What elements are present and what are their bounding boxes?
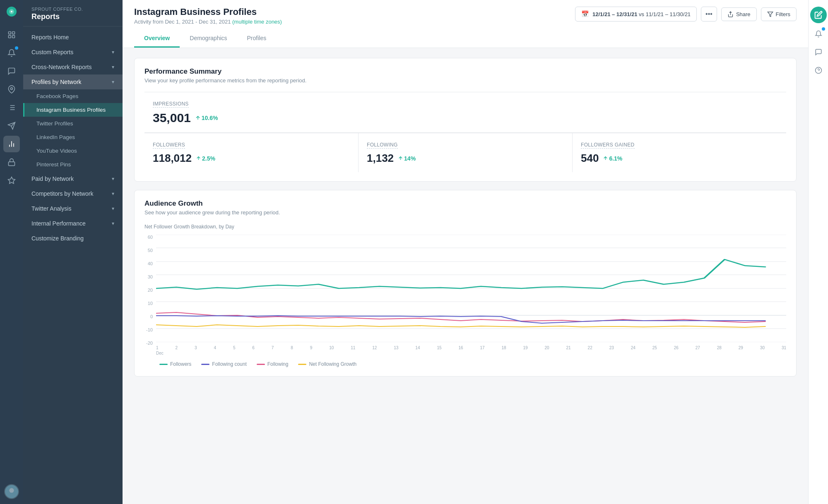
sidebar-item-facebook-pages[interactable]: Facebook Pages (23, 89, 123, 103)
arrow-up-icon (603, 156, 608, 161)
sidebar-item-internal-performance[interactable]: Internal Performance ▾ (23, 216, 123, 231)
sidebar: Sprout Coffee Co. Reports Reports Home C… (23, 0, 123, 504)
sidebar-item-cross-network[interactable]: Cross-Network Reports ▾ (23, 60, 123, 74)
star-icon-btn[interactable] (3, 172, 20, 189)
chevron-down-icon: ▾ (112, 79, 114, 85)
x-label-27: 27 (696, 346, 700, 350)
compose-button[interactable] (810, 7, 827, 23)
bot-icon-btn[interactable] (3, 154, 20, 170)
tab-profiles[interactable]: Profiles (237, 30, 277, 48)
sidebar-item-youtube-videos[interactable]: YouTube Videos (23, 144, 123, 158)
x-axis: 1 2 3 4 5 6 7 8 9 10 11 12 13 14 (156, 344, 786, 350)
analytics-icon-btn[interactable] (3, 136, 20, 152)
share-button[interactable]: Share (721, 7, 757, 21)
notification-icon-btn[interactable] (3, 45, 20, 61)
legend-net-growth-label: Net Following Growth (309, 361, 356, 367)
chevron-down-icon: ▾ (112, 64, 114, 70)
followers-change: 2.5% (196, 155, 215, 162)
x-label-28: 28 (717, 346, 722, 350)
more-options-button[interactable]: ••• (701, 7, 717, 22)
right-help-btn[interactable] (811, 63, 826, 78)
x-label-25: 25 (652, 346, 657, 350)
twitter-profiles-label: Twitter Profiles (36, 120, 73, 127)
internal-performance-label: Internal Performance (31, 220, 86, 227)
tab-demographics[interactable]: Demographics (180, 30, 237, 48)
y-label-10: 10 (144, 301, 153, 306)
chevron-down-icon: ▾ (112, 49, 114, 55)
legend-following-count-label: Following count (212, 361, 246, 367)
x-label-18: 18 (501, 346, 506, 350)
right-notification-btn[interactable] (811, 26, 826, 41)
reports-home-label: Reports Home (31, 34, 69, 41)
x-label-3: 3 (195, 346, 197, 350)
list-icon-btn[interactable] (3, 99, 20, 116)
x-label-29: 29 (739, 346, 743, 350)
chevron-down-icon: ▾ (112, 206, 114, 211)
sidebar-item-linkedin-pages[interactable]: LinkedIn Pages (23, 130, 123, 144)
x-label-1: 1 (156, 346, 159, 350)
net-following-growth-line (156, 325, 765, 327)
pin-icon-btn[interactable] (3, 81, 20, 98)
y-axis: 60 50 40 30 20 10 0 -10 -20 (144, 235, 156, 355)
sidebar-item-competitors-by-network[interactable]: Competitors by Network ▾ (23, 186, 123, 201)
following-change: 14% (398, 155, 416, 162)
tab-overview[interactable]: Overview (134, 30, 180, 48)
svg-point-4 (11, 88, 13, 90)
impressions-metric: Impressions 35,001 10.6% (144, 92, 786, 133)
x-label-14: 14 (415, 346, 420, 350)
app-logo (5, 5, 18, 18)
followers-metric: Followers 118,012 2.5% (144, 133, 359, 172)
sidebar-item-custom-reports[interactable]: Custom Reports ▾ (23, 45, 123, 60)
x-label-21: 21 (566, 346, 571, 350)
page-title: Instagram Business Profiles (134, 7, 282, 17)
sidebar-item-twitter-analysis[interactable]: Twitter Analysis ▾ (23, 201, 123, 216)
x-label-4: 4 (214, 346, 216, 350)
user-avatar[interactable] (4, 484, 19, 499)
x-axis-bottom-label: Dec (156, 351, 786, 355)
legend-following-color (257, 364, 265, 365)
message-icon-btn[interactable] (3, 63, 20, 79)
pinterest-pins-label: Pinterest Pins (36, 161, 71, 168)
icon-bar (0, 0, 23, 504)
svg-point-19 (7, 493, 16, 497)
profiles-by-network-label: Profiles by Network (31, 79, 82, 85)
impressions-label: Impressions (153, 101, 189, 108)
comment-icon (815, 48, 822, 56)
legend-followers: Followers (159, 361, 191, 367)
audience-growth-card: Audience Growth See how your audience gr… (134, 190, 797, 377)
tabs: Overview Demographics Profiles (134, 30, 797, 48)
y-label-20: 20 (144, 288, 153, 293)
sidebar-item-paid-by-network[interactable]: Paid by Network ▾ (23, 171, 123, 186)
main-content: Instagram Business Profiles Activity fro… (123, 0, 808, 504)
date-range-text: 12/1/21 – 12/31/21 vs 11/1/21 – 11/30/21 (592, 11, 691, 17)
y-label-neg10: -10 (144, 327, 153, 332)
date-range-picker[interactable]: 📅 12/1/21 – 12/31/21 vs 11/1/21 – 11/30/… (575, 7, 697, 22)
content-area: Performance Summary View your key profil… (123, 48, 808, 504)
svg-marker-17 (8, 177, 15, 184)
sidebar-item-reports-home[interactable]: Reports Home (23, 30, 123, 45)
x-label-20: 20 (545, 346, 549, 350)
help-icon (815, 67, 822, 74)
y-label-30: 30 (144, 274, 153, 279)
sidebar-item-twitter-profiles[interactable]: Twitter Profiles (23, 117, 123, 130)
sidebar-item-pinterest-pins[interactable]: Pinterest Pins (23, 158, 123, 171)
y-label-neg20: -20 (144, 341, 153, 346)
filters-button[interactable]: Filters (761, 7, 797, 21)
sidebar-item-profiles-by-network[interactable]: Profiles by Network ▾ (23, 74, 123, 89)
sidebar-item-customize-branding[interactable]: Customize Branding (23, 231, 123, 246)
custom-reports-label: Custom Reports (31, 49, 73, 55)
x-label-30: 30 (760, 346, 765, 350)
sidebar-item-instagram-business[interactable]: Instagram Business Profiles (23, 103, 123, 117)
svg-point-18 (9, 488, 14, 493)
send-icon-btn[interactable] (3, 118, 20, 134)
linkedin-pages-label: LinkedIn Pages (36, 134, 75, 140)
svg-marker-21 (768, 12, 773, 16)
x-label-13: 13 (394, 346, 398, 350)
home-icon-btn[interactable] (3, 26, 20, 43)
chart-area: 1 2 3 4 5 6 7 8 9 10 11 12 13 14 (156, 235, 786, 355)
timezone-link[interactable]: (multiple time zones) (232, 19, 282, 25)
filter-icon (767, 11, 773, 17)
followers-gained-metric: Followers Gained 540 6.1% (573, 133, 786, 172)
section-title: Reports (31, 12, 114, 21)
right-message-btn[interactable] (811, 45, 826, 60)
